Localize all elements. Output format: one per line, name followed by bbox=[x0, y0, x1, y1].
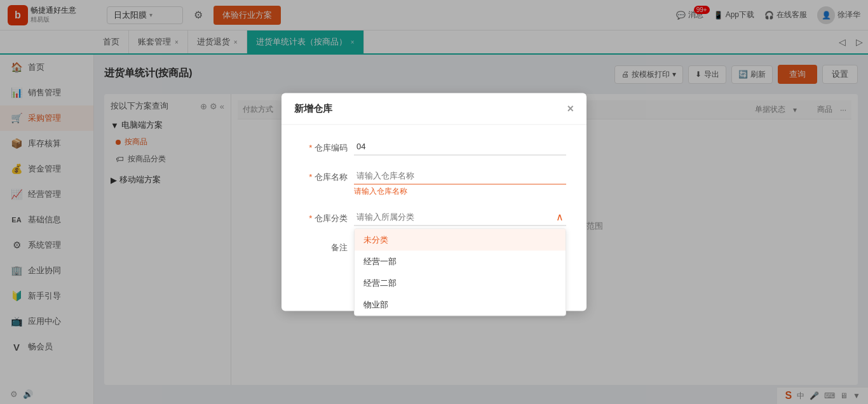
classify-input[interactable] bbox=[354, 208, 566, 226]
code-field bbox=[354, 138, 566, 156]
modal-body: 仓库编码 仓库名称 请输入仓库名称 仓库分类 ∧ bbox=[281, 125, 587, 279]
warehouse-code-row: 仓库编码 bbox=[302, 138, 566, 156]
classify-toggle-icon[interactable]: ∧ bbox=[556, 211, 564, 223]
name-field: 请输入仓库名称 bbox=[354, 167, 566, 197]
warehouse-name-row: 仓库名称 请输入仓库名称 bbox=[302, 167, 566, 197]
modal-close-button[interactable]: × bbox=[567, 102, 574, 116]
modal-header: 新增仓库 × bbox=[281, 93, 587, 125]
dropdown-item-property[interactable]: 物业部 bbox=[355, 294, 566, 316]
classify-label: 仓库分类 bbox=[302, 208, 348, 224]
classify-dropdown: 未分类 经营一部 经营二部 物业部 bbox=[354, 229, 566, 316]
name-label: 仓库名称 bbox=[302, 167, 348, 183]
warehouse-classify-row: 仓库分类 ∧ 未分类 经营一部 经营二部 物业部 bbox=[302, 208, 566, 226]
classify-field: ∧ 未分类 经营一部 经营二部 物业部 bbox=[354, 208, 566, 226]
dropdown-item-uncategorized[interactable]: 未分类 bbox=[355, 229, 566, 251]
name-input[interactable] bbox=[354, 167, 566, 185]
dropdown-item-ops1[interactable]: 经营一部 bbox=[355, 251, 566, 273]
code-input[interactable] bbox=[354, 138, 566, 156]
modal-title: 新增仓库 bbox=[294, 103, 332, 115]
name-error-msg: 请输入仓库名称 bbox=[354, 186, 566, 197]
code-label: 仓库编码 bbox=[302, 138, 348, 154]
remark-label: 备注 bbox=[302, 238, 348, 253]
dropdown-item-ops2[interactable]: 经营二部 bbox=[355, 273, 566, 294]
add-warehouse-modal: 新增仓库 × 仓库编码 仓库名称 请输入仓库名称 仓库分类 bbox=[281, 93, 587, 311]
